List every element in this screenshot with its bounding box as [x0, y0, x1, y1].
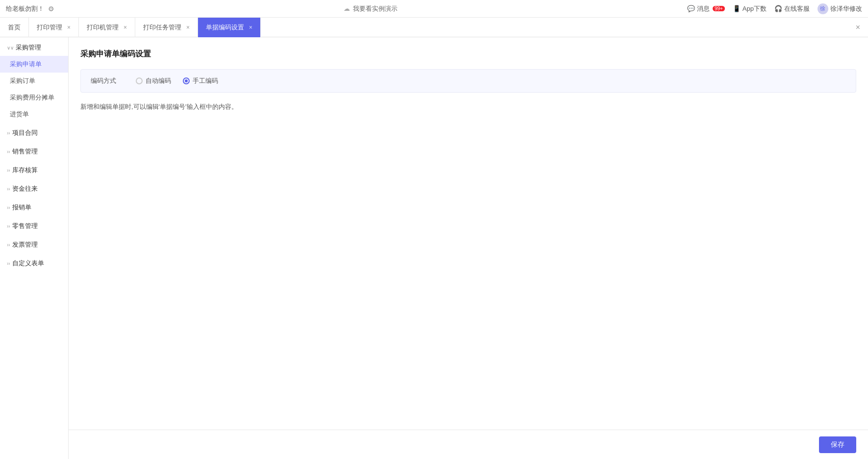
message-button[interactable]: 💬 消息 99+ — [687, 4, 725, 13]
tab-printer-manage[interactable]: 打印机管理 × — [79, 18, 135, 37]
sales-group-label: 销售管理 — [12, 147, 38, 156]
tab-bar-close-all[interactable]: × — [848, 23, 868, 32]
sidebar-group-custom: › 自定义表单 — [0, 255, 68, 272]
phone-icon: 📱 — [733, 5, 741, 12]
sidebar-group-purchase: ∨ 采购管理 采购申请单 采购订单 采购费用分摊单 进货单 — [0, 39, 68, 123]
page-title: 采购申请单编码设置 — [80, 49, 856, 59]
content-footer: 保存 — [69, 430, 868, 459]
tab-printer-manage-close[interactable]: × — [124, 24, 127, 31]
tab-bar: 首页 打印管理 × 打印机管理 × 打印任务管理 × 单据编码设置 × × — [0, 18, 868, 37]
encoding-section: 编码方式 自动编码 手工编码 — [80, 69, 856, 93]
manual-code-label: 手工编码 — [193, 76, 218, 85]
inventory-group-label: 库存核算 — [12, 166, 38, 175]
top-bar-left: 给老板勿割！ — [6, 4, 54, 13]
capital-arrow-icon: › — [7, 186, 10, 192]
sidebar-item-purchase-request-label: 采购申请单 — [10, 60, 42, 68]
message-label: 消息 — [697, 4, 710, 13]
settings-icon[interactable] — [48, 5, 54, 13]
tab-single-code-close[interactable]: × — [249, 24, 252, 31]
user-name: 徐泽华修改 — [830, 4, 862, 13]
tab-print-manage-close[interactable]: × — [67, 24, 71, 31]
tab-print-task-close[interactable]: × — [186, 24, 190, 31]
manual-code-circle — [183, 77, 190, 84]
sidebar-group-retail-title[interactable]: › 零售管理 — [0, 218, 68, 234]
sidebar-item-purchase-order[interactable]: 采购订单 — [0, 73, 68, 89]
message-badge: 99+ — [713, 6, 725, 11]
demo-link[interactable]: 我要看实例演示 — [353, 4, 397, 13]
tab-print-manage[interactable]: 打印管理 × — [29, 18, 79, 37]
sidebar-item-purchase-expense[interactable]: 采购费用分摊单 — [0, 89, 68, 106]
tab-home-label: 首页 — [8, 23, 21, 32]
tab-print-manage-label: 打印管理 — [37, 23, 62, 32]
chat-icon: 💬 — [687, 5, 695, 12]
save-button[interactable]: 保存 — [819, 436, 856, 453]
user-profile[interactable]: 徐 徐泽华修改 — [818, 3, 862, 14]
auto-code-label: 自动编码 — [146, 76, 171, 85]
content-body: 采购申请单编码设置 编码方式 自动编码 手工编码 新增和编辑单据时,可以编辑'单… — [69, 37, 868, 430]
auto-code-circle — [136, 77, 143, 84]
tab-single-code[interactable]: 单据编码设置 × — [198, 18, 261, 37]
main-layout: ∨ 采购管理 采购申请单 采购订单 采购费用分摊单 进货单 › 项目合同 — [0, 37, 868, 459]
custom-group-label: 自定义表单 — [12, 259, 44, 268]
tab-single-code-label: 单据编码设置 — [206, 23, 244, 32]
brand-text: 给老板勿割！ — [6, 4, 44, 13]
returns-group-label: 报销单 — [12, 203, 31, 212]
retail-arrow-icon: › — [7, 224, 10, 229]
app-download-button[interactable]: 📱 App下数 — [733, 4, 767, 13]
tab-home[interactable]: 首页 — [0, 18, 29, 37]
tab-printer-manage-label: 打印机管理 — [87, 23, 119, 32]
description-text: 新增和编辑单据时,可以编辑'单据编号'输入框中的内容。 — [80, 102, 856, 111]
project-group-label: 项目合同 — [12, 128, 38, 137]
sidebar-group-capital: › 资金往来 — [0, 180, 68, 197]
encoding-radio-group: 自动编码 手工编码 — [136, 76, 218, 85]
sidebar-group-inventory-title[interactable]: › 库存核算 — [0, 162, 68, 178]
sidebar-group-custom-title[interactable]: › 自定义表单 — [0, 255, 68, 272]
sidebar-group-project-title[interactable]: › 项目合同 — [0, 125, 68, 141]
sidebar-group-retail: › 零售管理 — [0, 218, 68, 234]
tab-print-task[interactable]: 打印任务管理 × — [135, 18, 198, 37]
tab-print-task-label: 打印任务管理 — [143, 23, 181, 32]
sidebar-item-purchase-request[interactable]: 采购申请单 — [0, 56, 68, 73]
retail-group-label: 零售管理 — [12, 222, 38, 230]
sidebar: ∨ 采购管理 采购申请单 采购订单 采购费用分摊单 进货单 › 项目合同 — [0, 37, 69, 459]
invoice-group-label: 发票管理 — [12, 240, 38, 249]
sidebar-group-inventory: › 库存核算 — [0, 162, 68, 178]
user-avatar: 徐 — [818, 3, 828, 14]
encoding-label: 编码方式 — [91, 76, 116, 85]
service-label: 在线客服 — [784, 4, 810, 13]
sidebar-group-capital-title[interactable]: › 资金往来 — [0, 180, 68, 197]
project-arrow-icon: › — [7, 130, 10, 136]
returns-arrow-icon: › — [7, 205, 10, 210]
service-button[interactable]: 🎧 在线客服 — [774, 4, 810, 13]
content-area: 采购申请单编码设置 编码方式 自动编码 手工编码 新增和编辑单据时,可以编辑'单… — [69, 37, 868, 459]
sidebar-group-returns-title[interactable]: › 报销单 — [0, 199, 68, 216]
app-download-label: App下数 — [743, 4, 767, 13]
top-bar-center: ☁ 我要看实例演示 — [344, 4, 397, 13]
sidebar-group-invoice: › 发票管理 — [0, 236, 68, 253]
sidebar-group-invoice-title[interactable]: › 发票管理 — [0, 236, 68, 253]
top-bar: 给老板勿割！ ☁ 我要看实例演示 💬 消息 99+ 📱 App下数 🎧 在线客服… — [0, 0, 868, 18]
sidebar-group-project: › 项目合同 — [0, 125, 68, 141]
purchase-group-label: 采购管理 — [16, 43, 41, 52]
inventory-arrow-icon: › — [7, 168, 10, 173]
capital-group-label: 资金往来 — [12, 184, 38, 193]
sidebar-group-sales-title[interactable]: › 销售管理 — [0, 143, 68, 160]
sidebar-group-purchase-title[interactable]: ∨ 采购管理 — [0, 39, 68, 56]
sidebar-item-purchase-expense-label: 采购费用分摊单 — [10, 94, 54, 101]
cloud-icon: ☁ — [344, 5, 350, 12]
invoice-arrow-icon: › — [7, 242, 10, 248]
sidebar-group-sales: › 销售管理 — [0, 143, 68, 160]
sidebar-item-stock-in[interactable]: 进货单 — [0, 106, 68, 123]
sidebar-item-stock-in-label: 进货单 — [10, 110, 29, 118]
manual-code-radio[interactable]: 手工编码 — [183, 76, 218, 85]
sales-arrow-icon: › — [7, 149, 10, 154]
sidebar-item-purchase-order-label: 采购订单 — [10, 77, 35, 84]
auto-code-radio[interactable]: 自动编码 — [136, 76, 171, 85]
custom-arrow-icon: › — [7, 261, 10, 266]
service-icon: 🎧 — [774, 5, 782, 12]
sidebar-group-returns: › 报销单 — [0, 199, 68, 216]
purchase-arrow-icon: ∨ — [7, 45, 14, 51]
top-bar-right: 💬 消息 99+ 📱 App下数 🎧 在线客服 徐 徐泽华修改 — [687, 3, 862, 14]
